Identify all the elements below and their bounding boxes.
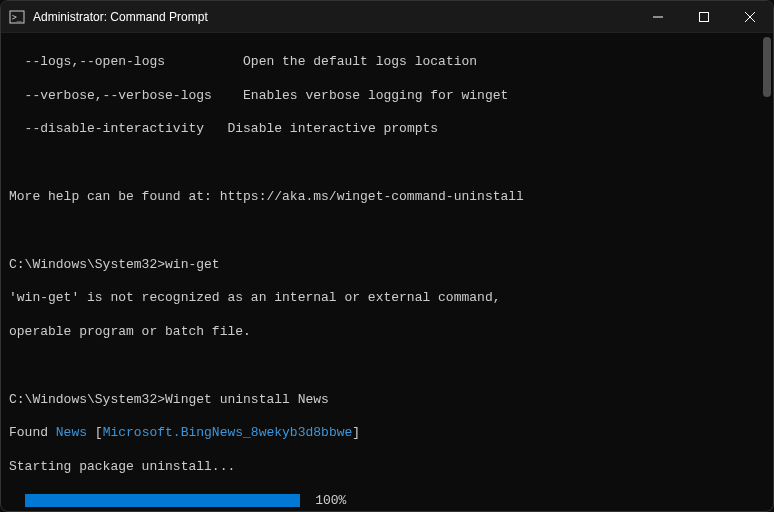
- terminal-output[interactable]: --logs,--open-logs Open the default logs…: [1, 33, 773, 511]
- flag-spacing: [212, 88, 243, 103]
- flag-spacing: [204, 121, 227, 136]
- flag-desc: Open the default logs location: [243, 54, 477, 69]
- help-line: More help can be found at: https://aka.m…: [9, 189, 765, 206]
- flag-line: --disable-interactivity Disable interact…: [9, 121, 765, 138]
- flag-desc: Enables verbose logging for winget: [243, 88, 508, 103]
- flag-name: --logs,--open-logs: [9, 54, 165, 69]
- window-title: Administrator: Command Prompt: [33, 10, 635, 24]
- cmd-icon: >_: [9, 9, 25, 25]
- error-line: operable program or batch file.: [9, 324, 765, 341]
- prompt: C:\Windows\System32>: [9, 257, 165, 272]
- minimize-button[interactable]: [635, 1, 681, 33]
- error-line: 'win-get' is not recognized as an intern…: [9, 290, 765, 307]
- scrollbar-thumb[interactable]: [763, 37, 771, 97]
- progress-bar: [25, 494, 300, 507]
- blank-line: [9, 155, 765, 172]
- blank-line: [9, 358, 765, 375]
- svg-rect-3: [700, 13, 709, 22]
- command-text: Winget uninstall News: [165, 392, 329, 407]
- titlebar: >_ Administrator: Command Prompt: [1, 1, 773, 33]
- window-controls: [635, 1, 773, 32]
- flag-name: --disable-interactivity: [9, 121, 204, 136]
- command-text: win-get: [165, 257, 220, 272]
- found-line: Found News [Microsoft.BingNews_8wekyb3d8…: [9, 425, 765, 442]
- progress-indent: [9, 493, 25, 508]
- progress-line: 100%: [9, 493, 765, 510]
- flag-name: --verbose,--verbose-logs: [9, 88, 212, 103]
- maximize-button[interactable]: [681, 1, 727, 33]
- blank-line: [9, 223, 765, 240]
- prompt-line: C:\Windows\System32>win-get: [9, 257, 765, 274]
- status-line: Starting package uninstall...: [9, 459, 765, 476]
- prompt-line: C:\Windows\System32>Winget uninstall New…: [9, 392, 765, 409]
- package-id: Microsoft.BingNews_8wekyb3d8bbwe: [103, 425, 353, 440]
- close-button[interactable]: [727, 1, 773, 33]
- bracket: [: [87, 425, 103, 440]
- flag-spacing: [165, 54, 243, 69]
- progress-percent: 100%: [315, 493, 346, 508]
- svg-text:>_: >_: [12, 13, 22, 22]
- found-prefix: Found: [9, 425, 56, 440]
- bracket: ]: [352, 425, 360, 440]
- progress-spacing: [300, 493, 316, 508]
- flag-line: --logs,--open-logs Open the default logs…: [9, 54, 765, 71]
- flag-desc: Disable interactive prompts: [227, 121, 438, 136]
- flag-line: --verbose,--verbose-logs Enables verbose…: [9, 88, 765, 105]
- package-name: News: [56, 425, 87, 440]
- prompt: C:\Windows\System32>: [9, 392, 165, 407]
